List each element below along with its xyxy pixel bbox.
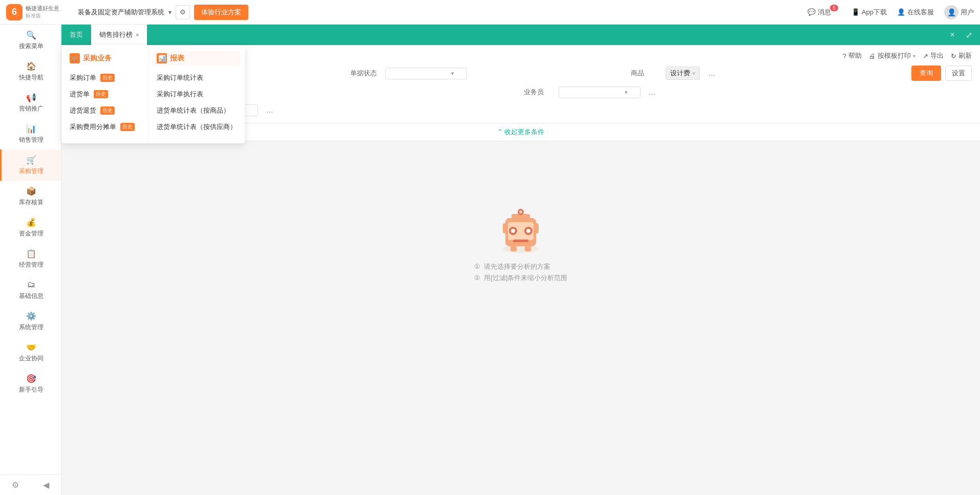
goods-tag[interactable]: 设计费 × [666,67,700,80]
goods-tag-label: 设计费 [670,69,690,78]
messages-btn[interactable]: 💬 消息 6 [807,8,841,17]
logo-area: 6 畅捷通好生意 标准版 [6,4,68,20]
refresh-btn[interactable]: ↻ 刷新 [951,51,972,60]
svg-rect-10 [510,246,517,251]
menu-purchase-order[interactable]: 采购订单 历史 [70,70,140,86]
enterprise-icon: 🤝 [26,342,36,352]
gear-button[interactable]: ⚙ [176,5,190,19]
sidebar: 🔍 搜索菜单 🏠 快捷导航 📢 营销推广 📊 销售管理 🛒 采购管理 📦 库存核… [0,25,61,495]
topbar-center: 装备及固定资产辅助管理系统 ▾ ⚙ 体验行业方案 [68,5,807,20]
collapse-sidebar-btn[interactable]: ◀ [43,480,49,490]
purchase-col-title: 🛒 采购业务 [70,53,140,63]
sidebar-item-inventory[interactable]: 📦 库存核算 [0,181,61,212]
dropdown-arrow[interactable]: ▾ [168,9,172,16]
topbar: 6 畅捷通好生意 标准版 装备及固定资产辅助管理系统 ▾ ⚙ 体验行业方案 💬 … [0,0,980,25]
empty-state: ① 请先选择要分析的方案 ② 用[过滤]条件来缩小分析范围 [61,141,980,346]
inventory-icon: 📦 [26,186,36,196]
export-icon: ↗ [923,52,928,60]
svg-rect-7 [513,240,528,242]
svg-rect-8 [503,223,507,233]
salesperson-group: 业务员 ▾ ... [524,85,972,99]
sidebar-item-purchase[interactable]: 🛒 采购管理 [0,149,61,181]
tabs-actions: × ⤢ [945,28,980,42]
sidebar-item-enterprise[interactable]: 🤝 企业协同 [0,337,61,368]
tab-home[interactable]: 首页 [61,25,91,45]
logo-sub: 标准版 [26,12,59,19]
order-status-select[interactable]: ▾ [385,68,467,79]
sidebar-label-enterprise: 企业协同 [19,354,44,363]
avatar: 👤 [944,5,958,19]
svg-rect-11 [525,246,531,251]
menu-return[interactable]: 进货退货 历史 [70,102,140,119]
settings-bottom-icon[interactable]: ⚙ [12,480,19,490]
customer-dots[interactable]: ... [262,103,277,117]
sidebar-item-basic[interactable]: 🗂 基础信息 [0,274,61,306]
app-download-btn[interactable]: 📱 App下载 [851,8,887,17]
empty-hint-1: ① 请先选择要分析的方案 [474,262,568,271]
salesperson-input[interactable]: ▾ [559,87,641,98]
settings-btn[interactable]: 设置 [945,66,972,81]
svg-point-14 [519,210,522,213]
goods-tag-close[interactable]: × [692,70,695,76]
menu-incoming-stats-supplier[interactable]: 进货单统计表（按供应商） [157,119,237,135]
menu-expense[interactable]: 采购费用分摊单 历史 [70,119,140,135]
empty-text: ① 请先选择要分析的方案 ② 用[过滤]条件来缩小分析范围 [474,262,568,285]
sidebar-item-finance[interactable]: 💰 资金管理 [0,212,61,243]
query-btn[interactable]: 查询 [911,66,941,81]
help-btn[interactable]: ? 帮助 [843,51,862,60]
tab-sales-ranking-label: 销售排行榜 [99,30,133,39]
history-badge-2: 历史 [100,106,115,115]
svg-rect-9 [535,223,539,233]
salesperson-label: 业务员 [524,88,555,97]
sidebar-bottom: ⚙ ◀ [0,475,61,495]
online-service-btn[interactable]: 👤 在线客服 [897,8,934,17]
expand-window-btn[interactable]: ⤢ [962,28,976,42]
close-window-btn[interactable]: × [945,28,960,42]
empty-illustration [490,203,551,254]
user-menu[interactable]: 👤 用户 [944,5,974,19]
logo-text: 畅捷通好生意 [26,5,59,12]
menu-purchase-order-exec[interactable]: 采购订单执行表 [157,86,237,102]
sidebar-item-sales[interactable]: 📊 销售管理 [0,118,61,149]
system-name: 装备及固定资产辅助管理系统 [78,8,164,17]
sidebar-item-operations[interactable]: 📋 经营管理 [0,243,61,274]
sidebar-label-search: 搜索菜单 [19,42,44,51]
svg-point-5 [511,229,515,233]
history-badge-1: 历史 [94,90,108,98]
tab-sales-ranking[interactable]: 销售排行榜 × [91,25,147,45]
message-icon: 💬 [807,8,816,16]
menu-purchase-order-stats[interactable]: 采购订单统计表 [157,70,237,86]
export-btn[interactable]: ↗ 导出 [923,51,944,60]
tab-close-icon[interactable]: × [136,32,139,38]
goods-dots[interactable]: ... [704,67,719,80]
sidebar-label-purchase: 采购管理 [19,167,44,176]
sidebar-item-newbie[interactable]: 🎯 新手引导 [0,368,61,399]
sidebar-label-system: 系统管理 [19,323,44,332]
sidebar-label-basic: 基础信息 [19,292,44,300]
sidebar-label-inventory: 库存核算 [19,198,44,207]
order-status-label: 单据状态 [350,69,381,78]
print-btn[interactable]: 🖨 按模板打印 ▾ [869,51,915,60]
sidebar-label-operations: 经营管理 [19,261,44,269]
report-menu-icon: 📊 [157,53,167,63]
sidebar-item-search[interactable]: 🔍 搜索菜单 [0,25,61,56]
tabs-bar: 首页 销售排行榜 × × ⤢ [61,25,980,45]
basic-icon: 🗂 [26,279,36,290]
purchase-dropdown-menu: 🛒 采购业务 采购订单 历史 进货单 历史 进货退货 历史 采购费用分摊单 历史… [61,45,245,143]
menu-incoming[interactable]: 进货单 历史 [70,86,140,102]
salesperson-dots[interactable]: ... [645,85,659,99]
purchase-icon: 🛒 [26,155,36,165]
help-icon: ? [843,52,846,60]
sidebar-item-quick[interactable]: 🏠 快捷导航 [0,56,61,87]
empty-hint-2: ② 用[过滤]条件来缩小分析范围 [474,273,568,283]
industry-btn[interactable]: 体验行业方案 [194,5,248,20]
search-icon: 🔍 [26,30,36,40]
menu-incoming-stats-product[interactable]: 进货单统计表（按商品） [157,102,237,119]
marketing-icon: 📢 [26,92,36,102]
sidebar-item-system[interactable]: ⚙️ 系统管理 [0,306,61,337]
refresh-icon: ↻ [951,52,956,60]
sidebar-label-quick: 快捷导航 [19,73,44,82]
home-icon: 🏠 [26,61,36,71]
sidebar-item-marketing[interactable]: 📢 营销推广 [0,87,61,118]
system-icon: ⚙️ [26,311,36,321]
